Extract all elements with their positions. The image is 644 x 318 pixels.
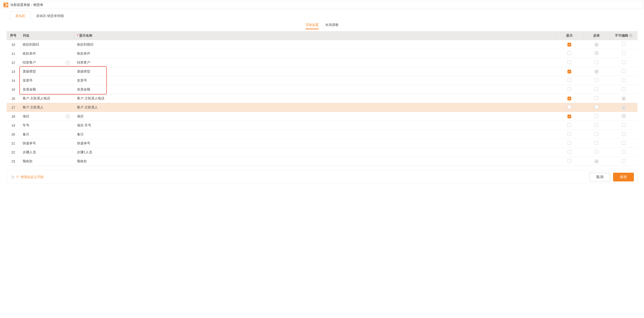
cell-display[interactable]: 发票号 <box>74 76 556 85</box>
cell-show <box>556 103 583 112</box>
show-checkbox[interactable] <box>568 123 571 127</box>
table-row: 12结算客户+结算客户 <box>6 58 638 67</box>
show-checkbox[interactable] <box>568 150 571 154</box>
cell-show <box>556 157 583 166</box>
cell-display[interactable]: 快递单号 <box>74 139 556 148</box>
cell-display[interactable]: 收款条件 <box>74 49 556 58</box>
readonly-checkbox <box>622 106 626 110</box>
readonly-checkbox[interactable] <box>622 69 626 73</box>
show-checkbox[interactable] <box>568 70 571 74</box>
cell-show <box>556 58 583 67</box>
readonly-checkbox[interactable] <box>622 150 626 154</box>
cell-display[interactable]: 预收款 <box>74 157 556 166</box>
cell-colname: 快递单号 <box>20 139 74 148</box>
th-index: 序号 <box>6 31 20 40</box>
cell-required <box>583 85 610 94</box>
readonly-checkbox[interactable] <box>622 78 626 82</box>
th-display: *显示名称 <box>74 31 556 40</box>
required-checkbox[interactable] <box>595 78 598 82</box>
readonly-checkbox[interactable] <box>622 51 626 55</box>
readonly-checkbox[interactable] <box>622 132 626 136</box>
table-row: 19车号项目.车号 <box>6 121 638 130</box>
readonly-checkbox[interactable] <box>622 159 626 163</box>
cell-show <box>556 112 583 121</box>
table-row: 23预收款预收款 <box>6 157 638 166</box>
cell-required <box>583 148 610 157</box>
cell-colname: 客户.主联系人电话 <box>20 94 74 103</box>
readonly-checkbox[interactable] <box>622 123 626 127</box>
cell-display[interactable]: 步骤1人员 <box>74 148 556 157</box>
topbar-label-prefix: 当前设置单据： <box>10 3 33 7</box>
cell-readonly <box>610 139 638 148</box>
cell-display[interactable]: 项目 <box>74 112 556 121</box>
cell-show <box>556 139 583 148</box>
manage-custom-fields-link[interactable]: 管理自定义字段 <box>20 175 44 179</box>
readonly-checkbox[interactable] <box>622 141 626 145</box>
show-checkbox[interactable] <box>568 87 571 91</box>
cell-index: 19 <box>6 121 20 130</box>
readonly-checkbox[interactable] <box>622 60 626 64</box>
show-checkbox[interactable] <box>568 60 571 64</box>
cell-required <box>583 121 610 130</box>
readonly-checkbox[interactable] <box>622 87 626 91</box>
save-button[interactable]: 保存 <box>613 173 634 182</box>
required-checkbox[interactable] <box>595 60 598 64</box>
show-checkbox[interactable] <box>568 159 571 163</box>
cell-display[interactable]: 客户.主联系人电话 <box>74 94 556 103</box>
show-checkbox[interactable] <box>568 105 571 109</box>
table-row: 10收款到期日收款到期日 <box>6 40 638 49</box>
tab-header-area[interactable]: 表头区 <box>10 11 31 20</box>
th-colname: 列名 <box>20 31 74 40</box>
expand-button[interactable]: + <box>66 114 70 118</box>
required-checkbox[interactable] <box>595 105 598 109</box>
show-checkbox[interactable] <box>568 43 571 46</box>
required-checkbox[interactable] <box>595 132 598 136</box>
cell-display[interactable]: 发票金额 <box>74 85 556 94</box>
table-row: 16客户.主联系人电话客户.主联系人电话 <box>6 94 638 103</box>
required-checkbox[interactable] <box>595 87 598 91</box>
gear-icon[interactable] <box>16 175 19 179</box>
required-checkbox[interactable] <box>595 141 598 145</box>
collapse-toggle[interactable] <box>4 2 8 7</box>
show-checkbox[interactable] <box>568 132 571 136</box>
show-checkbox[interactable] <box>568 51 571 55</box>
cancel-button[interactable]: 取消 <box>590 173 610 182</box>
expand-button[interactable]: + <box>66 60 70 65</box>
cell-show <box>556 67 583 76</box>
cell-required <box>583 58 610 67</box>
cell-display[interactable]: 票据类型 <box>74 67 556 76</box>
cell-colname: 发票号 <box>20 76 74 85</box>
cell-show <box>556 148 583 157</box>
required-checkbox <box>595 43 598 46</box>
cell-display[interactable]: 项目.车号 <box>74 121 556 130</box>
required-checkbox[interactable] <box>595 123 598 127</box>
cell-readonly <box>610 67 638 76</box>
tab-body-area[interactable]: 表体区-销货单明细 <box>31 11 69 20</box>
readonly-checkbox[interactable] <box>622 42 626 46</box>
cell-readonly <box>610 157 638 166</box>
cell-readonly <box>610 112 638 121</box>
cell-show <box>556 76 583 85</box>
help-icon[interactable]: ? <box>629 34 632 37</box>
cell-display[interactable]: 客户.主联系人 <box>74 103 556 112</box>
sub-tab-layout[interactable]: 布局调整 <box>325 23 338 29</box>
cell-colname: 项目+ <box>20 112 74 121</box>
required-checkbox[interactable] <box>595 150 598 154</box>
cell-index: 12 <box>6 58 20 67</box>
show-checkbox[interactable] <box>568 114 571 118</box>
show-checkbox[interactable] <box>568 141 571 145</box>
show-checkbox[interactable] <box>568 78 571 82</box>
cell-display[interactable]: 结算客户 <box>74 58 556 67</box>
show-checkbox[interactable] <box>568 97 571 100</box>
sub-tab-field-settings[interactable]: 字段设置 <box>306 23 319 29</box>
required-checkbox[interactable] <box>595 114 598 118</box>
cell-show <box>556 121 583 130</box>
cell-display[interactable]: 收款到期日 <box>74 40 556 49</box>
field-table-container: 序号 列名 *显示名称 显示 必录 不可编辑? 10收款到期日收款到期日11收款… <box>6 31 638 166</box>
required-checkbox[interactable] <box>595 96 598 100</box>
cell-index: 13 <box>6 67 20 76</box>
field-table: 序号 列名 *显示名称 显示 必录 不可编辑? 10收款到期日收款到期日11收款… <box>6 31 638 166</box>
help-icon[interactable]: ? <box>11 176 14 179</box>
th-required: 必录 <box>583 31 610 40</box>
cell-display[interactable]: 备注 <box>74 130 556 139</box>
